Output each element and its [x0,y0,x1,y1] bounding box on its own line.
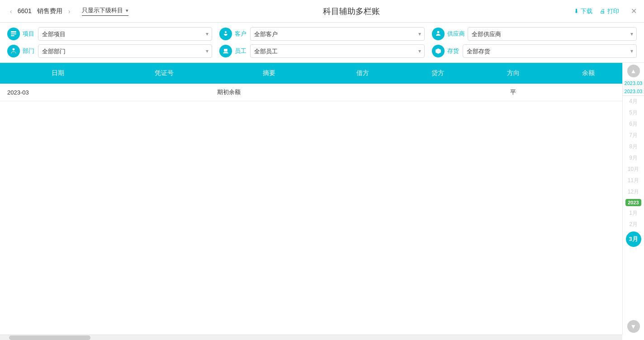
customer-icon [219,28,232,40]
project-select[interactable]: 全部项目 [38,27,212,41]
dept-select[interactable]: 全部部门 [38,44,212,58]
close-button[interactable]: ✕ [631,7,637,15]
month-4[interactable]: 4月 [629,96,638,107]
month-1[interactable]: 1月 [629,208,638,219]
customer-select[interactable]: 全部客户 [250,27,424,41]
month-7[interactable]: 7月 [629,130,638,141]
filter-row-1: 项目 全部项目 客户 全部客户 [7,27,637,41]
project-label: 项目 [23,30,35,38]
period-2023-03-top[interactable]: 2023.03 [623,79,644,87]
supplier-icon [432,28,445,40]
horizontal-scrollbar[interactable] [0,335,622,340]
cell-balance [551,84,626,101]
inventory-icon [432,45,445,57]
year-badge-2023[interactable]: 2023 [625,199,641,206]
download-icon: ⬇ [574,8,579,14]
inventory-select-wrapper[interactable]: 全部存货 [463,44,637,58]
month-11[interactable]: 11月 [628,175,639,186]
project-filter-item: 项目 全部项目 [7,27,212,41]
cell-voucher [115,84,213,101]
cell-direction: 平 [476,84,551,101]
supplier-select-wrapper[interactable]: 全部供应商 [468,27,637,41]
side-timeline: ▲ 2023.03 2023.03 4月 5月 6月 7月 8月 9月 10月 … [622,63,644,335]
customer-select-wrapper[interactable]: 全部客户 [250,27,424,41]
col-debit: 借方 [325,63,400,84]
header-bar: ‹ 6601 销售费用 › 只显示下级科目 ▾ 科目辅助多栏账 ⬇ 下载 🖨 打… [0,0,644,23]
col-voucher: 凭证号 [115,63,213,84]
timeline-items: 2023.03 2023.03 4月 5月 6月 7月 8月 9月 10月 11… [623,79,644,318]
col-direction: 方向 [476,63,551,84]
svg-point-3 [437,31,439,33]
supplier-filter-item: 供应商 全部供应商 [432,27,637,41]
month-6[interactable]: 6月 [629,118,638,130]
inventory-label: 存货 [447,47,460,55]
timeline-down-button[interactable]: ▼ [627,320,640,333]
show-sub-button[interactable]: 只显示下级科目 ▾ [82,6,128,16]
print-button[interactable]: 🖨 打印 [600,7,619,15]
data-table: 日期 凭证号 摘要 借方 贷方 方向 余额 2023-03 期初余额 [0,63,626,101]
table-container: 日期 凭证号 摘要 借方 贷方 方向 余额 2023-03 期初余额 [0,63,644,335]
col-summary: 摘要 [213,63,325,84]
inventory-filter-item: 存货 全部存货 [432,44,637,58]
col-balance: 余额 [551,63,626,84]
nav-next-button[interactable]: › [66,7,73,16]
employee-select-wrapper[interactable]: 全部员工 [250,44,424,58]
period-2023-03-second[interactable]: 2023.03 [623,87,644,96]
customer-filter-item: 客户 全部客户 [219,27,424,41]
col-credit: 贷方 [400,63,475,84]
month-9[interactable]: 9月 [629,152,638,164]
month-2[interactable]: 2月 [629,219,638,230]
employee-label: 员工 [235,47,247,55]
timeline-up-button[interactable]: ▲ [627,65,640,77]
dept-select-wrapper[interactable]: 全部部门 [38,44,212,58]
nav-prev-button[interactable]: ‹ [7,7,15,16]
project-icon [7,28,20,40]
table-header-row: 日期 凭证号 摘要 借方 贷方 方向 余额 [0,63,626,84]
print-icon: 🖨 [600,8,606,14]
svg-rect-5 [224,49,227,52]
month-8[interactable]: 8月 [629,141,638,152]
filter-row-2: 部门 全部部门 员工 全部员工 [7,44,637,58]
svg-point-4 [13,48,15,51]
month-10[interactable]: 10月 [628,164,639,175]
svg-rect-2 [11,35,14,36]
header-actions: ⬇ 下载 🖨 打印 ✕ [574,7,637,15]
table-row: 2023-03 期初余额 平 [0,84,626,101]
month-12[interactable]: 12月 [628,186,639,198]
svg-rect-0 [11,31,16,33]
month-3-active[interactable]: 3月 [626,231,641,247]
download-button[interactable]: ⬇ 下载 [574,7,592,15]
project-select-wrapper[interactable]: 全部项目 [38,27,212,41]
col-date: 日期 [0,63,115,84]
cell-summary: 期初余额 [213,84,325,101]
employee-icon [219,45,232,57]
cell-credit [400,84,475,101]
inventory-select[interactable]: 全部存货 [463,44,637,58]
filter-area: 项目 全部项目 客户 全部客户 [0,23,644,63]
page-title: 科目辅助多栏账 [128,6,574,17]
dept-icon [7,45,20,57]
dept-filter-item: 部门 全部部门 [7,44,212,58]
employee-select[interactable]: 全部员工 [250,44,424,58]
supplier-select[interactable]: 全部供应商 [468,27,637,41]
svg-rect-1 [11,33,16,34]
cell-date: 2023-03 [0,84,115,101]
dept-label: 部门 [23,47,35,55]
supplier-label: 供应商 [447,30,465,38]
month-5[interactable]: 5月 [629,107,638,118]
account-code: 6601 销售费用 [18,7,63,15]
cell-debit [325,84,400,101]
scroll-thumb[interactable] [9,335,90,340]
customer-label: 客户 [235,30,247,38]
employee-filter-item: 员工 全部员工 [219,44,424,58]
